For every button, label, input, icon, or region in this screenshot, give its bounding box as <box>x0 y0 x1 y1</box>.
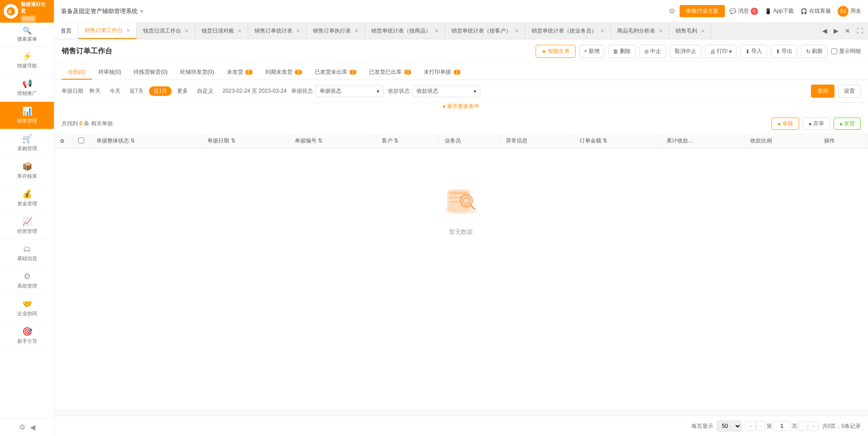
tab-close-sales-stats[interactable]: ✕ <box>296 28 300 33</box>
collapse-icon[interactable]: ◀ <box>30 423 35 431</box>
tab-close-profit[interactable]: ✕ <box>701 28 705 33</box>
subtab-not-printed[interactable]: 未打印单据 0 <box>417 66 467 80</box>
import-button[interactable]: ⬇ 导入 <box>740 45 767 58</box>
tab-scroll-right-icon[interactable]: ▶ <box>831 25 841 36</box>
system-icon: ⚙ <box>24 271 31 281</box>
tab-cash-daily[interactable]: 钱货日清工作台 ✕ <box>137 23 195 39</box>
pagination-next-button[interactable]: › <box>798 421 807 431</box>
sidebar-item-enterprise[interactable]: 🤝 企业协同 <box>0 294 54 322</box>
user-menu-button[interactable]: Ea 用友 <box>838 6 861 17</box>
tab-cash-reconcile[interactable]: 钱货日清对账 ✕ <box>195 23 248 39</box>
tab-margin-analysis[interactable]: 商品毛利分析表 ✕ <box>611 23 669 39</box>
tab-close-sales-workbench[interactable]: ✕ <box>126 28 130 33</box>
online-service-button[interactable]: 🎧 在线客服 <box>801 7 831 15</box>
audit-button[interactable]: ● 审核 <box>772 118 799 130</box>
date-custom[interactable]: 自定义 <box>193 86 217 96</box>
col-amount[interactable]: 订单金额 ⇅ <box>574 133 661 149</box>
subtab-not-shipped[interactable]: 未发货 0 <box>221 66 259 80</box>
tab-home[interactable]: 首页 <box>54 23 78 39</box>
tab-sales-stats[interactable]: 销售订单统计表 ✕ <box>248 23 307 39</box>
date-yesterday[interactable]: 昨天 <box>86 86 104 96</box>
page-title: 销售订单工作台 <box>62 47 112 56</box>
tab-close-summary-customer[interactable]: ✕ <box>515 28 518 33</box>
subtab-pending-inspection[interactable]: 待拣货验货(0) <box>127 66 174 80</box>
status-select[interactable]: 单据状态 ▾ <box>316 85 384 97</box>
add-button[interactable]: + 新增 <box>579 45 604 58</box>
tab-close-sales-exec[interactable]: ✕ <box>355 28 358 33</box>
col-customer[interactable]: 客户 ⇅ <box>376 133 439 149</box>
date-today[interactable]: 今天 <box>106 86 124 96</box>
subtab-pending-review[interactable]: 待审核(0) <box>92 66 128 80</box>
subtab-wangpu[interactable]: 旺铺待发货(0) <box>174 66 221 80</box>
sidebar-item-system[interactable]: ⚙ 系统管理 <box>0 267 54 294</box>
subtab-shipped-out[interactable]: 已发货已出库 0 <box>363 66 417 80</box>
suspend-button[interactable]: ⊘ 中止 <box>639 45 666 58</box>
sidebar-item-sales[interactable]: 📊 销售管理 <box>0 102 54 129</box>
tab-scroll-left-icon[interactable]: ◀ <box>820 25 830 36</box>
date-more[interactable]: 更多 <box>173 86 192 96</box>
show-details-input[interactable] <box>831 48 837 54</box>
col-settings[interactable]: ⚙ <box>54 133 72 149</box>
col-number[interactable]: 单据编号 ⇅ <box>289 133 376 149</box>
tab-close-cash-daily[interactable]: ✕ <box>185 28 188 33</box>
pagination-page-input[interactable] <box>773 421 791 431</box>
sidebar-item-purchase[interactable]: 🛒 采购管理 <box>0 129 54 157</box>
tab-expand-icon[interactable]: ⛶ <box>854 25 866 36</box>
sidebar-item-marketing[interactable]: 📢 营销推广 <box>0 74 54 102</box>
topbar-gear-icon[interactable]: ⚙ <box>669 7 675 15</box>
page-actions: ★ 智能生单 + 新增 🗑 删除 ⊘ 中止 取消中止 🖨 打印 ▾ <box>536 45 861 58</box>
export-button[interactable]: ⬆ 导出 <box>771 45 797 58</box>
refresh-button[interactable]: ↻ 刷新 <box>801 45 828 58</box>
receipt-select[interactable]: 收款状态 ▾ <box>412 85 480 97</box>
subtab-shipped-not-out[interactable]: 已发货未出库 0 <box>308 66 363 80</box>
pagination-prev-button[interactable]: ‹ <box>757 421 766 431</box>
messages-button[interactable]: 💬 消息 6 <box>729 7 758 15</box>
tab-sales-profit[interactable]: 销售毛利 ✕ <box>669 23 711 39</box>
pagination-last-button[interactable]: » <box>808 421 819 431</box>
tab-close-margin[interactable]: ✕ <box>659 28 662 33</box>
query-button[interactable]: 查询 <box>811 85 834 98</box>
subtab-all[interactable]: 全部(0) <box>62 66 92 80</box>
tab-close-summary-staff[interactable]: ✕ <box>600 28 604 33</box>
col-check[interactable] <box>72 133 91 149</box>
tab-sales-workbench[interactable]: 销售订单工作台 ✕ <box>78 23 137 39</box>
cancel-suspend-button[interactable]: 取消中止 <box>670 45 701 58</box>
unaudit-button[interactable]: ● 弃审 <box>803 118 830 130</box>
sidebar-search[interactable]: 🔍 搜索菜单 <box>0 23 54 47</box>
sidebar-item-base-info[interactable]: 🗂 基础信息 <box>0 240 54 267</box>
sidebar-item-guide[interactable]: 🎯 新手引导 <box>0 322 54 350</box>
tab-close-cash-reconcile[interactable]: ✕ <box>238 28 241 33</box>
sidebar-item-quick-nav[interactable]: ⚡ 快捷导航 <box>0 47 54 74</box>
dropdown-arrow-icon[interactable]: ▾ <box>140 8 143 14</box>
col-date[interactable]: 单据日期 ⇅ <box>202 133 289 149</box>
ship-icon: ● <box>839 121 843 127</box>
tab-sales-summary-product[interactable]: 销货单统计表（按商品） ✕ <box>365 23 445 39</box>
industry-solution-button[interactable]: 体验行业方案 <box>680 5 725 17</box>
tab-close-summary-product[interactable]: ✕ <box>435 28 438 33</box>
sidebar-item-operations[interactable]: 📈 经营管理 <box>0 212 54 240</box>
select-all-checkbox[interactable] <box>78 137 84 143</box>
pagination-first-button[interactable]: « <box>745 421 756 431</box>
tab-sales-exec[interactable]: 销售订单执行表 ✕ <box>307 23 365 39</box>
horizontal-scrollbar[interactable] <box>54 410 868 416</box>
subtab-overdue-not-shipped[interactable]: 到期未发货 0 <box>259 66 308 80</box>
sort-amount-icon: ⇅ <box>603 137 607 144</box>
tab-close-all-icon[interactable]: ✕ <box>842 25 853 36</box>
col-status[interactable]: 单据整体状态 ⇅ <box>91 133 202 149</box>
app-download-button[interactable]: 📱 App下载 <box>765 7 794 15</box>
ship-button[interactable]: ● 发货 <box>834 118 861 130</box>
tab-sales-summary-staff[interactable]: 销货单统计表（按业务员） ✕ <box>525 23 611 39</box>
date-7days[interactable]: 近7天 <box>126 86 147 96</box>
tab-sales-summary-customer[interactable]: 销货单统计表（按客户） ✕ <box>445 23 525 39</box>
filter-settings-button[interactable]: 设置 <box>838 85 861 98</box>
delete-button[interactable]: 🗑 删除 <box>608 45 636 58</box>
smart-create-button[interactable]: ★ 智能生单 <box>536 45 575 58</box>
sidebar-item-inventory[interactable]: 📦 库存核算 <box>0 157 54 185</box>
per-page-select[interactable]: 50 100 200 <box>717 421 742 431</box>
print-button[interactable]: 🖨 打印 ▾ <box>705 45 737 58</box>
settings-gear-icon[interactable]: ⚙ <box>19 423 25 431</box>
expand-filter-button[interactable]: ▾ 展开更多条件 <box>443 103 480 110</box>
show-details-checkbox[interactable]: 显示明细 <box>831 47 861 55</box>
date-1month[interactable]: 近1月 <box>149 86 172 96</box>
sidebar-item-finance[interactable]: 💰 资金管理 <box>0 185 54 212</box>
